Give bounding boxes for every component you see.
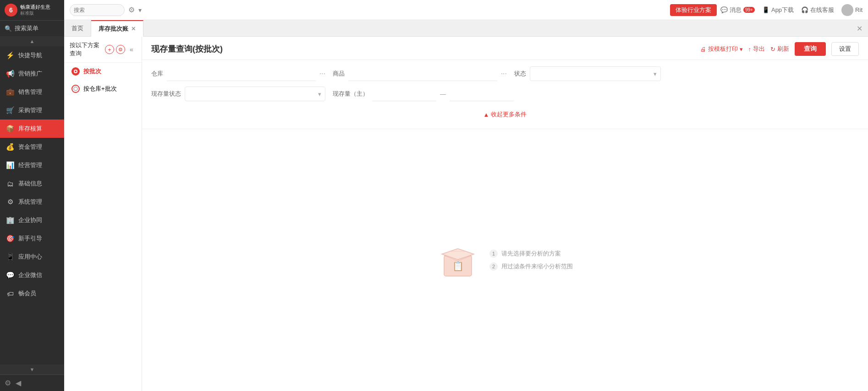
empty-tip-2: 2 用过滤条件来缩小分析范围: [489, 262, 573, 271]
sidebar-scroll-up[interactable]: ▲: [0, 36, 64, 46]
tip-text-1: 请先选择要分析的方案: [501, 250, 561, 258]
tab-panel-close-icon[interactable]: ✕: [857, 24, 863, 33]
sidebar-collapse-icon[interactable]: ◀: [16, 379, 21, 387]
scheme-settings-icon[interactable]: ⚙: [116, 45, 125, 54]
settings-button[interactable]: 设置: [831, 42, 859, 56]
main-area: ⚙ ▾ 体验行业方案 💬 消息 99+ 📱 App下载 🎧 在线客服 Rit: [64, 0, 868, 391]
filter-row-2: 现存量状态 ▾ 现存量（主） —: [151, 87, 859, 101]
tip-num-2: 2: [489, 262, 498, 271]
message-icon: 💬: [720, 6, 728, 13]
empty-state: 📋 1 请先选择要分析的方案 2 用过滤条件来缩小分析范围: [142, 129, 868, 391]
sidebar-item-label: 系统管理: [18, 198, 42, 206]
quantity-divider: —: [440, 91, 446, 98]
sidebar-item-shortcut[interactable]: ⚡ 快捷导航: [0, 46, 64, 65]
product-input[interactable]: [348, 66, 497, 81]
product-field: 商品 ···: [333, 66, 507, 81]
quantity-to-input[interactable]: [450, 87, 514, 101]
collapse-conditions-btn[interactable]: ▲ 收起更多条件: [151, 107, 859, 122]
search-icon: 🔍: [5, 25, 12, 32]
collapse-label: 收起更多条件: [491, 110, 527, 119]
sidebar-item-finance[interactable]: 💰 资金管理: [0, 138, 64, 156]
status-select[interactable]: ▾: [530, 66, 661, 81]
sidebar-search-label: 搜索菜单: [15, 24, 38, 33]
print-dropdown-icon[interactable]: ▾: [740, 46, 743, 53]
sidebar-item-appstore[interactable]: 📱 应用中心: [0, 248, 64, 266]
sidebar-search[interactable]: 🔍 搜索菜单: [0, 21, 64, 36]
scheme-by-warehouse-batch-label: 按仓库+批次: [83, 85, 117, 93]
user-avatar-item[interactable]: Rit: [841, 4, 863, 16]
sidebar-item-member[interactable]: 🏷 畅会员: [0, 284, 64, 303]
scheme-item-by-batch[interactable]: 按批次: [64, 63, 142, 80]
warehouse-input[interactable]: [167, 66, 316, 81]
dropdown-icon[interactable]: ▾: [138, 6, 142, 14]
experience-btn[interactable]: 体验行业方案: [670, 4, 717, 16]
sidebar-company-info: 畅康通好生意 标准版: [20, 4, 50, 16]
quantity-from-input[interactable]: [372, 87, 436, 101]
scheme-collapse-icon[interactable]: «: [127, 45, 136, 54]
topbar-search-input[interactable]: [70, 4, 125, 16]
left-panel-title: 按以下方案查询: [70, 41, 105, 58]
shortcut-icon: ⚡: [5, 51, 15, 60]
sidebar-item-label: 企业协同: [18, 216, 42, 224]
sidebar-item-label: 应用中心: [18, 253, 42, 261]
sidebar-footer: ⚙ ◀: [0, 375, 64, 391]
sidebar-item-guide[interactable]: 🎯 新手引导: [0, 229, 64, 248]
inventory-status-select[interactable]: ▾: [185, 87, 325, 101]
sidebar-item-sales[interactable]: 💼 销售管理: [0, 83, 64, 101]
sidebar-item-enterprise[interactable]: 🏢 企业协同: [0, 211, 64, 229]
sidebar-item-label: 快捷导航: [18, 51, 42, 60]
inventory-status-field: 现存量状态 ▾: [151, 87, 325, 101]
tab-home-label: 首页: [71, 24, 83, 33]
tab-inventory-batch[interactable]: 库存批次账 ✕: [91, 20, 143, 37]
scheme-item-by-warehouse-batch[interactable]: 按仓库+批次: [64, 80, 142, 98]
sidebar: 6 畅康通好生意 标准版 🔍 搜索菜单 ▲ ⚡ 快捷导航 📢 营销推广 💼 销售…: [0, 0, 64, 391]
sidebar-item-system[interactable]: ⚙ 系统管理: [0, 193, 64, 211]
tab-home[interactable]: 首页: [64, 20, 91, 37]
warehouse-dots-icon[interactable]: ···: [319, 70, 325, 78]
sidebar-settings-icon[interactable]: ⚙: [5, 379, 11, 387]
sidebar-company-name: 畅康通好生意: [20, 4, 50, 10]
settings-icon[interactable]: ⚙: [128, 5, 135, 14]
sidebar-item-purchase[interactable]: 🛒 采购管理: [0, 101, 64, 119]
query-button[interactable]: 查询: [795, 42, 826, 56]
sidebar-item-operation[interactable]: 📊 经营管理: [0, 156, 64, 174]
topbar-right: 💬 消息 99+ 📱 App下载 🎧 在线客服 Rit: [720, 4, 863, 16]
sidebar-item-label: 库存核算: [18, 125, 42, 133]
service-icon: 🎧: [801, 6, 808, 13]
breadcrumb: [70, 4, 125, 16]
print-template-btn[interactable]: 🖨 按模板打印 ▾: [700, 45, 743, 53]
sidebar-item-label: 营销推广: [18, 70, 42, 78]
operation-icon: 📊: [5, 161, 15, 170]
message-item[interactable]: 💬 消息 99+: [720, 6, 755, 14]
sidebar-item-label: 企业微信: [18, 271, 42, 279]
empty-state-content: 📋 1 请先选择要分析的方案 2 用过滤条件来缩小分析范围: [437, 239, 573, 281]
sidebar-scroll-down[interactable]: ▼: [0, 364, 64, 375]
right-panel: 现存量查询(按批次) 🖨 按模板打印 ▾ ↑ 导出 ↻ 刷新: [142, 37, 868, 391]
guide-icon: 🎯: [5, 234, 15, 243]
sidebar-item-label: 畅会员: [18, 289, 36, 298]
appstore-icon: 📱: [5, 252, 15, 261]
tab-close-icon[interactable]: ✕: [131, 26, 136, 32]
product-label: 商品: [333, 70, 345, 78]
svg-text:📋: 📋: [452, 261, 464, 272]
export-btn[interactable]: ↑ 导出: [748, 45, 765, 53]
add-scheme-icon[interactable]: +: [105, 45, 114, 54]
sidebar-item-wechat[interactable]: 💬 企业微信: [0, 266, 64, 284]
tip-num-1: 1: [489, 250, 498, 258]
sidebar-item-marketing[interactable]: 📢 营销推广: [0, 65, 64, 83]
online-service-item[interactable]: 🎧 在线客服: [801, 6, 834, 14]
app-download-item[interactable]: 📱 App下载: [762, 6, 794, 14]
sidebar-item-basic[interactable]: 🗂 基础信息: [0, 174, 64, 193]
message-badge: 99+: [743, 7, 755, 13]
warehouse-label: 仓库: [151, 70, 163, 78]
export-icon: ↑: [748, 46, 752, 53]
filter-row-1: 仓库 ··· 商品 ··· 状态 ▾: [151, 66, 859, 81]
marketing-icon: 📢: [5, 69, 15, 78]
print-template-label: 按模板打印: [708, 45, 738, 53]
sidebar-item-inventory[interactable]: 📦 库存核算: [0, 119, 64, 138]
collapse-icon: ▲: [483, 111, 489, 118]
status-label: 状态: [514, 70, 526, 78]
svg-point-2: [74, 87, 77, 91]
product-dots-icon[interactable]: ···: [501, 70, 507, 78]
refresh-btn[interactable]: ↻ 刷新: [770, 45, 789, 53]
